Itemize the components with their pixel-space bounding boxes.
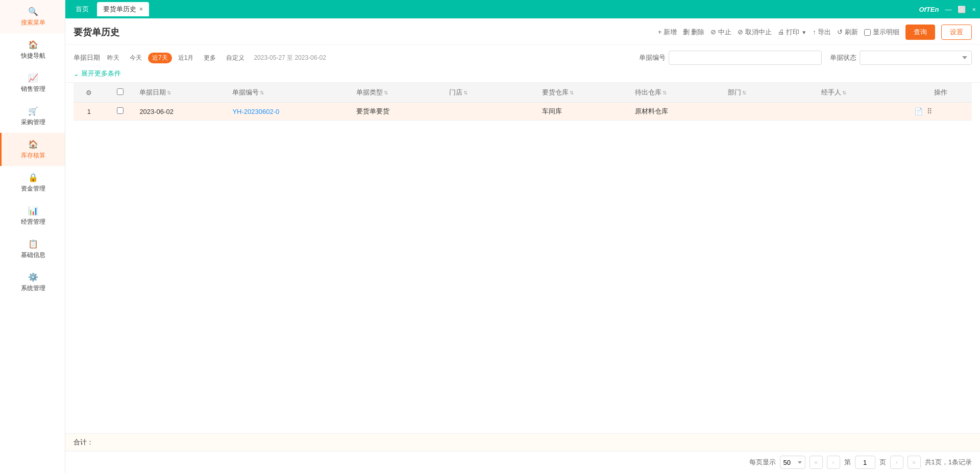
row-handler — [817, 103, 910, 121]
table-area: ⚙ 单据日期⇅ 单据编号⇅ 单据类型⇅ 门店⇅ 要货仓库⇅ 待出仓库⇅ 部门⇅ … — [65, 83, 980, 433]
date-pill-today[interactable]: 今天 — [126, 53, 146, 63]
total-label: 合计： — [74, 438, 93, 447]
sidebar-label-purchase: 采购管理 — [21, 118, 45, 127]
sidebar-item-quick-nav[interactable]: 🏠 快捷导航 — [0, 33, 65, 66]
row-from-wh: 车间库 — [538, 103, 631, 121]
maximize-btn[interactable]: ⬜ — [958, 6, 966, 13]
sidebar-item-operations[interactable]: 📊 经营管理 — [0, 199, 65, 232]
col-date[interactable]: 单据日期⇅ — [135, 83, 228, 103]
cancel-stop-button[interactable]: ⊘ 取消中止 — [738, 28, 772, 37]
delete-button[interactable]: 删 删除 — [683, 28, 705, 37]
minimize-btn[interactable]: — — [945, 6, 951, 13]
sidebar-label-basic-info: 基础信息 — [21, 251, 45, 259]
sidebar-item-basic-info[interactable]: 📋 基础信息 — [0, 232, 65, 266]
brand-label: OfTEn — [919, 6, 939, 13]
row-edit-icon[interactable]: 📄 — [914, 107, 923, 115]
col-dept[interactable]: 部门⇅ — [724, 83, 817, 103]
quick-nav-icon: 🏠 — [28, 39, 38, 50]
new-button[interactable]: + 新增 — [658, 28, 677, 37]
query-button[interactable]: 查询 — [905, 25, 935, 40]
page-suffix: 页 — [879, 458, 886, 467]
finance-icon: 🔒 — [28, 172, 38, 182]
sidebar-item-inventory[interactable]: 🏠 库存核算 — [0, 133, 65, 166]
date-pill-last7[interactable]: 近7天 — [148, 53, 172, 63]
row-date: 2023-06-02 — [135, 103, 228, 121]
filter-row-1: 单据日期 昨天今天近7天近1月更多自定义 2023-05-27 至 2023-0… — [74, 51, 972, 65]
sidebar-label-system: 系统管理 — [21, 284, 45, 293]
tab-bar: 首页要货单历史× OfTEn — ⬜ × — [65, 0, 980, 18]
sidebar-item-search[interactable]: 🔍 搜索菜单 — [0, 0, 65, 33]
settings-button[interactable]: 设置 — [941, 25, 972, 40]
date-pill-more[interactable]: 更多 — [200, 53, 220, 63]
row-more-icon[interactable]: ⠿ — [927, 107, 932, 115]
col-from-wh[interactable]: 要货仓库⇅ — [538, 83, 631, 103]
filter-area: 单据日期 昨天今天近7天近1月更多自定义 2023-05-27 至 2023-0… — [65, 44, 980, 83]
status-filter: 单据状态 — [830, 51, 972, 65]
inventory-icon: 🏠 — [28, 139, 38, 149]
main-table: ⚙ 单据日期⇅ 单据编号⇅ 单据类型⇅ 门店⇅ 要货仓库⇅ 待出仓库⇅ 部门⇅ … — [74, 83, 972, 121]
row-no: 1 — [74, 103, 105, 121]
prev-page-btn[interactable]: ‹ — [827, 456, 840, 469]
sidebar-label-inventory: 库存核算 — [21, 151, 45, 160]
date-filter-label: 单据日期 — [74, 53, 100, 62]
page-input[interactable] — [855, 456, 875, 469]
col-store[interactable]: 门店⇅ — [445, 83, 538, 103]
col-settings: ⚙ — [74, 83, 105, 103]
row-docno: YH-20230602-0 — [228, 103, 352, 121]
table-body: 1 2023-06-02 YH-20230602-0 要货单要货 车间库 原材料… — [74, 103, 972, 121]
col-type[interactable]: 单据类型⇅ — [352, 83, 445, 103]
first-page-btn[interactable]: « — [810, 456, 823, 469]
date-pill-yesterday[interactable]: 昨天 — [103, 53, 124, 63]
status-select[interactable] — [860, 51, 972, 65]
expand-more-btn[interactable]: ⌄ 展开更多条件 — [74, 69, 972, 78]
per-page-select[interactable]: 50 100 — [780, 456, 805, 469]
col-handler[interactable]: 经手人⇅ — [817, 83, 910, 103]
sidebar-item-purchase[interactable]: 🛒 采购管理 — [0, 100, 65, 133]
date-pill-last_month[interactable]: 近1月 — [174, 53, 198, 63]
tab-close-history[interactable]: × — [139, 6, 143, 12]
sidebar: 🔍 搜索菜单 🏠 快捷导航 📈 销售管理 🛒 采购管理 🏠 库存核算 🔒 资金管… — [0, 0, 65, 473]
tab-home[interactable]: 首页 — [69, 2, 95, 16]
refresh-button[interactable]: ↺ 刷新 — [837, 28, 858, 37]
status-label: 单据状态 — [830, 53, 856, 62]
tab-history[interactable]: 要货单历史× — [97, 2, 149, 16]
table-footer: 合计： — [65, 433, 980, 451]
show-detail-checkbox[interactable]: 显示明细 — [864, 28, 899, 37]
date-pill-custom[interactable]: 自定义 — [222, 53, 249, 63]
page-header: 要货单历史 + 新增 删 删除 ⊘ 中止 ⊘ 取消中止 🖨 打印 ▼ — [65, 18, 980, 44]
docno-filter: 单据编号 — [639, 51, 822, 65]
system-icon: ⚙️ — [28, 272, 38, 282]
operations-icon: 📊 — [28, 205, 38, 216]
tab-bar-right: OfTEn — ⬜ × — [919, 6, 976, 13]
stop-button[interactable]: ⊘ 中止 — [710, 28, 731, 37]
col-ops: 操作 — [910, 83, 972, 103]
sidebar-item-finance[interactable]: 🔒 资金管理 — [0, 166, 65, 199]
tab-label-home: 首页 — [76, 5, 89, 14]
page-title: 要货单历史 — [74, 26, 658, 38]
row-dept — [724, 103, 817, 121]
print-button[interactable]: 🖨 打印 ▼ — [778, 28, 807, 37]
sidebar-item-system[interactable]: ⚙️ 系统管理 — [0, 266, 65, 299]
col-docno[interactable]: 单据编号⇅ — [228, 83, 352, 103]
search-icon: 🔍 — [28, 6, 38, 16]
docno-input[interactable] — [669, 51, 822, 65]
sidebar-item-sales[interactable]: 📈 销售管理 — [0, 66, 65, 100]
table-row: 1 2023-06-02 YH-20230602-0 要货单要货 车间库 原材料… — [74, 103, 972, 121]
per-page-label: 每页显示 — [749, 458, 776, 467]
sidebar-label-sales: 销售管理 — [21, 85, 45, 93]
select-all-checkbox[interactable] — [117, 88, 124, 95]
col-to-wh[interactable]: 待出仓库⇅ — [631, 83, 724, 103]
row-ops: 📄 ⠿ — [910, 103, 972, 121]
row-docno-link[interactable]: YH-20230602-0 — [232, 108, 279, 115]
sidebar-label-search: 搜索菜单 — [21, 18, 45, 27]
show-detail-input[interactable] — [864, 29, 871, 36]
page-label: 第 — [844, 458, 851, 467]
purchase-icon: 🛒 — [28, 106, 38, 116]
row-checkbox-0[interactable] — [117, 107, 124, 114]
main-area: 首页要货单历史× OfTEn — ⬜ × 要货单历史 + 新增 删 删除 ⊘ 中… — [65, 0, 980, 473]
sidebar-label-quick-nav: 快捷导航 — [21, 52, 45, 60]
last-page-btn[interactable]: » — [908, 456, 921, 469]
export-button[interactable]: ↑ 导出 — [813, 28, 831, 37]
close-window-btn[interactable]: × — [972, 6, 976, 13]
next-page-btn[interactable]: › — [890, 456, 903, 469]
